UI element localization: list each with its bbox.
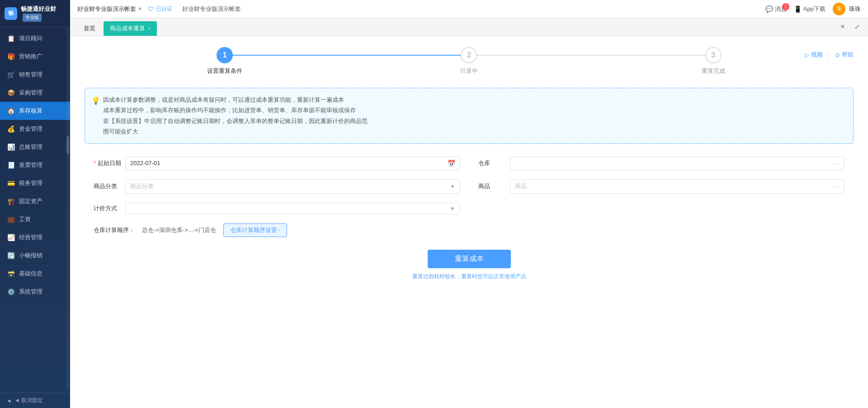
phone-icon: 📱 bbox=[794, 5, 802, 13]
sidebar-nav: 📋 项目顾问 🎁 营销推广 🛒 销售管理 📦 采购管理 🏠 库存核算 💰 资金管… bbox=[0, 28, 70, 393]
sales-icon: 🛒 bbox=[6, 70, 15, 79]
sidebar-item-ops[interactable]: 📈 经营管理 bbox=[0, 228, 70, 247]
video-label: 视频 bbox=[811, 51, 823, 59]
bulb-icon: 💡 bbox=[91, 95, 100, 108]
marketing-icon: 🎁 bbox=[6, 52, 15, 61]
help-action[interactable]: ⊙ 帮助 bbox=[835, 51, 854, 59]
sidebar-item-expense[interactable]: 🔄 小畅报销 bbox=[0, 247, 70, 265]
sidebar-item-purchase[interactable]: 📦 采购管理 bbox=[0, 84, 70, 102]
start-date-input[interactable]: 2022-07-01 📅 bbox=[125, 157, 460, 170]
chevron-right-icon: › bbox=[279, 228, 280, 232]
recalc-section: 重算成本 重算过程耗时较长，重算时您可以正常使用产品 bbox=[85, 250, 854, 280]
topbar-right: 💬 消息 1 📱 App下载 珠 珠珠 bbox=[765, 3, 861, 15]
info-line-3: 若【系统设置】中启用了自动调整记账日期时，会调整入库单的整单记账日期，因此重新计… bbox=[103, 116, 846, 126]
step-2-circle: 2 bbox=[461, 47, 477, 63]
avatar: 珠 bbox=[833, 3, 845, 15]
sidebar-item-finance[interactable]: 💰 资金管理 bbox=[0, 120, 70, 138]
user-profile[interactable]: 珠 珠珠 bbox=[833, 3, 861, 15]
sidebar-item-inventory[interactable]: 🏠 库存核算 bbox=[0, 102, 70, 120]
account-selector[interactable]: 好业财专业版演示帐套 ▼ bbox=[77, 5, 148, 13]
tab-home[interactable]: 首页 bbox=[77, 21, 102, 36]
account-fullname: 好业财专业版演示帐套 bbox=[182, 5, 241, 13]
sidebar-item-sales[interactable]: 🛒 销售管理 bbox=[0, 66, 70, 84]
goods-input[interactable]: 商品 ··· bbox=[510, 179, 845, 194]
sidebar-item-marketing[interactable]: 🎁 营销推广 bbox=[0, 47, 70, 66]
logo-edition: 专业版 bbox=[23, 14, 42, 22]
goods-field: 商品 商品 ··· bbox=[478, 179, 845, 194]
tab-home-label: 首页 bbox=[84, 24, 95, 33]
step-3-circle: 3 bbox=[705, 47, 722, 63]
form-row-3: 计价方式 ▼ bbox=[94, 203, 844, 214]
tab-close-icon[interactable]: × bbox=[148, 26, 151, 31]
play-icon: ▷ bbox=[805, 52, 809, 58]
assets-icon: 🏗️ bbox=[6, 197, 15, 206]
stepper-actions: ▷ 视频 | ⊙ 帮助 bbox=[805, 51, 854, 59]
step-3-label: 重算完成 bbox=[702, 67, 725, 75]
category-label: 商品分类 bbox=[94, 182, 125, 190]
warehouse-input[interactable]: ··· bbox=[510, 157, 845, 170]
app-download-button[interactable]: 📱 App下载 bbox=[794, 5, 826, 13]
warehouse-field: 仓库 ··· bbox=[478, 157, 845, 170]
category-select[interactable]: 商品分类 ▼ bbox=[125, 179, 460, 194]
step-2-num: 2 bbox=[467, 51, 471, 59]
main-wrapper: 好业财专业版演示帐套 ▼ 🛡 已认证 好业财专业版演示帐套 💬 消息 1 📱 A… bbox=[70, 0, 868, 408]
warehouse-btn-label: 仓库计算顺序设置 bbox=[230, 226, 277, 234]
nav-label-salary: 工资 bbox=[19, 215, 31, 223]
sidebar-item-ledger[interactable]: 📊 总账管理 bbox=[0, 138, 70, 156]
pricing-field: 计价方式 ▼ bbox=[94, 203, 460, 214]
message-badge: 1 bbox=[782, 3, 789, 10]
nav-label-marketing: 营销推广 bbox=[19, 52, 42, 61]
info-box: 💡 因成本计算参数调整，或是对商品成本有疑问时，可以通过成本重算功能，重新计算一… bbox=[85, 88, 854, 144]
nav-label-inventory: 库存核算 bbox=[19, 107, 42, 115]
sidebar-item-invoice[interactable]: 🧾 发票管理 bbox=[0, 156, 70, 174]
nav-label-expense: 小畅报销 bbox=[19, 251, 42, 260]
step-1-label: 设置重算条件 bbox=[207, 67, 242, 75]
nav-label-base: 基础信息 bbox=[19, 270, 42, 278]
nav-label-purchase: 采购管理 bbox=[19, 89, 42, 97]
sidebar-item-assets[interactable]: 🏗️ 固定资产 bbox=[0, 192, 70, 210]
sidebar-unpin-button[interactable]: ◄ ◄ 取消固定 bbox=[0, 393, 70, 408]
recalc-button[interactable]: 重算成本 bbox=[428, 250, 511, 268]
video-action[interactable]: ▷ 视频 bbox=[805, 51, 823, 59]
tab-cost-recalc[interactable]: 商品成本重算 × bbox=[104, 21, 157, 36]
step-3: 3 重算完成 bbox=[591, 47, 835, 75]
nav-label-project: 项目顾问 bbox=[19, 34, 42, 43]
tax-icon: 💳 bbox=[6, 179, 15, 188]
help-label: 帮助 bbox=[842, 51, 854, 59]
ops-icon: 📈 bbox=[6, 233, 15, 242]
step-2: 2 计算中 bbox=[347, 47, 591, 75]
goods-placeholder: 商品 bbox=[515, 182, 527, 190]
action-divider: | bbox=[828, 52, 830, 58]
tab-cost-recalc-label: 商品成本重算 bbox=[110, 24, 145, 33]
chevron-down-icon-category: ▼ bbox=[450, 184, 455, 189]
info-line-2: 成本重算过程中，影响库存账的操作均不能操作，比如进货单、销货单、库存单据不能审核… bbox=[103, 105, 846, 115]
start-date-label: 起始日期 bbox=[94, 159, 125, 167]
logo-title: 畅捷通好业财 bbox=[21, 5, 56, 13]
expand-button[interactable]: ⤢ bbox=[852, 21, 863, 32]
chevron-down-icon: ▼ bbox=[138, 6, 142, 11]
shield-icon: 🛡 bbox=[148, 5, 154, 13]
step-1-num: 1 bbox=[223, 51, 227, 59]
account-name: 好业财专业版演示帐套 bbox=[77, 5, 136, 13]
step-1-circle: 1 bbox=[217, 47, 233, 63]
recalc-hint: 重算过程耗时较长，重算时您可以正常使用产品 bbox=[412, 273, 526, 280]
topbar: 好业财专业版演示帐套 ▼ 🛡 已认证 好业财专业版演示帐套 💬 消息 1 📱 A… bbox=[70, 0, 868, 18]
category-placeholder: 商品分类 bbox=[130, 182, 154, 190]
sidebar-item-tax[interactable]: 💳 税务管理 bbox=[0, 174, 70, 192]
pricing-select[interactable]: ▼ bbox=[125, 203, 460, 214]
close-page-button[interactable]: × bbox=[837, 21, 848, 32]
sidebar-item-system[interactable]: ⚙️ 系统管理 bbox=[0, 283, 70, 301]
sidebar-item-salary[interactable]: 💼 工资 bbox=[0, 210, 70, 228]
warehouse-more-icon: ··· bbox=[831, 160, 840, 167]
step-2-label: 计算中 bbox=[460, 67, 478, 75]
sidebar-item-project[interactable]: 📋 项目顾问 bbox=[0, 29, 70, 47]
warehouse-order-settings-button[interactable]: 仓库计算顺序设置 › bbox=[223, 223, 287, 237]
sidebar-item-base[interactable]: 🗃️ 基础信息 bbox=[0, 265, 70, 283]
chevron-down-icon-pricing: ▼ bbox=[450, 206, 455, 211]
message-button[interactable]: 💬 消息 1 bbox=[765, 5, 787, 13]
sidebar-logo: 畅 畅捷通好业财 专业版 bbox=[0, 0, 70, 28]
tabbar-controls: × ⤢ bbox=[832, 18, 868, 36]
salary-icon: 💼 bbox=[6, 215, 15, 224]
warehouse-label: 仓库 bbox=[478, 159, 510, 167]
warehouse-order-label: 仓库计算顺序： bbox=[94, 226, 135, 234]
